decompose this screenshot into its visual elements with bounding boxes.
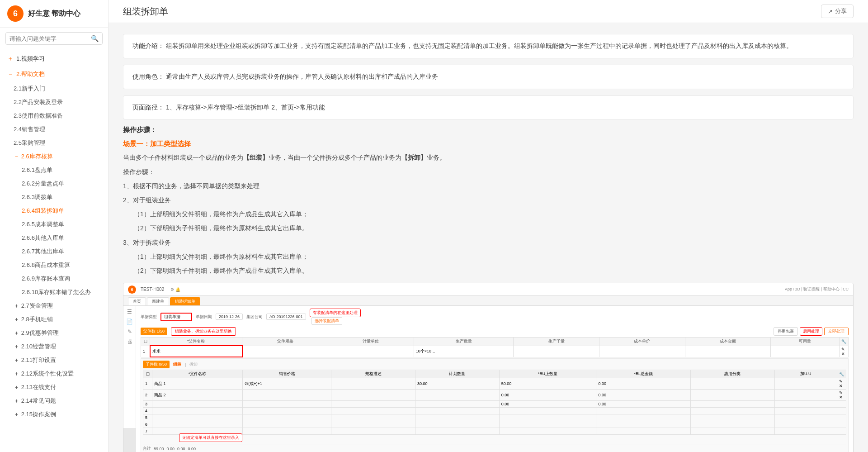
mock-dept-label: 集团公司	[246, 314, 263, 320]
mock-lower-header: 子件数 0/50 组装 | 拆卸	[143, 361, 846, 368]
mock-date-input[interactable]: 2019-12-26	[216, 314, 243, 320]
mock-type-toggle[interactable]: 组装	[173, 362, 181, 367]
sidebar-item-cost-adjust[interactable]: 2.6.5成本调整单	[0, 218, 108, 231]
mock-tab-assembly[interactable]: 组装拆卸单	[170, 297, 200, 305]
sidebar-item-cases[interactable]: ＋ 2.15操作案例	[0, 408, 108, 421]
mock-docno-input[interactable]: AD-20191226-001	[266, 314, 306, 320]
mock-date-label: 单据日期	[196, 314, 212, 320]
ops-title: 操作步骤：	[123, 126, 854, 134]
role-label: 使用角色：	[132, 73, 164, 80]
search-icon[interactable]: 🔍	[91, 35, 99, 42]
mock-annotation1-container: 有装配清单的在这里处理 选择装配清单	[310, 309, 361, 325]
scene1-title: 场景一：加工类型选择	[123, 140, 854, 148]
mock-right-icons: AppTBD | 验证提醒 | 帮助中心 | CC	[785, 286, 849, 292]
top-bar: 组装拆卸单 ↗ 分享	[108, 0, 868, 23]
mock-total2: 0.00	[167, 447, 175, 451]
minus-icon: －	[7, 70, 14, 78]
sidebar-item-ops[interactable]: ＋ 2.10经营管理	[0, 340, 108, 353]
sidebar-item-video[interactable]: ＋ 1.视频学习	[0, 51, 108, 67]
role-text: 通常由生产人员或库管人员完成拆装业务的操作，库管人员确认原材料的出库和产成品的入…	[166, 73, 438, 80]
table-row: 1 米米 10个×10… ✎ ✕	[141, 346, 849, 357]
path-box: 页面路径： 1、库存核算->库存管理->组装拆卸单 2、首页->常用功能	[123, 95, 854, 120]
table-row: 6	[143, 421, 846, 428]
mock-upper-section: 父件数 1/50 组装业务、拆卸业务在这里切换 停用包裹 启用处理 立即处理	[141, 327, 849, 357]
sidebar-item-faq[interactable]: ＋ 2.14常见问题	[0, 394, 108, 408]
mock-lower-table-container: ☐ *父件名称 销售价格 规格描述 计划数量 *BU上数量 *BL总金额 惠用分…	[143, 370, 846, 435]
sidebar-item-stocktake[interactable]: 2.6.1盘点单	[0, 163, 108, 177]
intro-box: 功能介绍： 组装拆卸单用来处理企业组装或拆卸等加工业务，支持有固定装配清单的产品…	[123, 34, 854, 58]
mock-upper-table: ☐ *父件名称 父件规格 计量单位 生产数量 生产子量 成本单价 成本金额 可用…	[141, 337, 849, 357]
sidebar-item-mobile[interactable]: ＋ 2.8手机旺铺	[0, 313, 108, 326]
mock-count-badge: 父件数 1/50	[141, 328, 167, 335]
sidebar-item-stock-error[interactable]: 2.6.10库存账本错了怎么办	[0, 285, 108, 299]
mock-form-row1: 单据类型 组装单据 单据日期 2019-12-26 集团公司 AD-201912…	[141, 309, 849, 325]
sidebar-item-sales[interactable]: 2.4销售管理	[0, 123, 108, 136]
path-label: 页面路径：	[132, 104, 164, 111]
content-area: 功能介绍： 组装拆卸单用来处理企业组装或拆卸等加工业务，支持有固定装配清单的产品…	[108, 23, 868, 452]
mock-tab-new[interactable]: 新建单	[147, 297, 169, 305]
mock-sub-count: 子件数 0/50	[143, 361, 170, 368]
mock-confirm-btn[interactable]: 立即处理	[824, 328, 849, 335]
mock-type-disassemble[interactable]: 拆卸	[189, 362, 198, 367]
assembly-step1: （1）上部明细为父件明细，最终作为产成品生成其它入库单；	[134, 209, 854, 220]
mock-bom-btn[interactable]: 选择装配清单	[311, 317, 342, 325]
sidebar-item-customize[interactable]: ＋ 2.12系统个性化设置	[0, 367, 108, 381]
sidebar-item-inventory[interactable]: － 2.6库存核算	[0, 150, 108, 163]
sidebar-item-docs[interactable]: － 2.帮助文档	[0, 67, 108, 82]
steps-list: 1、根据不同的业务，选择不同单据的类型来处理 2、对于组装业务 （1）上部明细为…	[123, 181, 854, 276]
mock-screenshot: 6 TEST-H002 ⚙ 🔔 AppTBD | 验证提醒 | 帮助中心 | C…	[123, 283, 853, 452]
mock-left-icons: ☰ 📄 ✎ 🖨	[123, 306, 136, 428]
role-box: 使用角色： 通常由生产人员或库管人员完成拆装业务的操作，库管人员确认原材料的出库…	[123, 65, 854, 89]
logo-text: 好生意 帮助中心	[28, 9, 80, 19]
intro-text: 组装拆卸单用来处理企业组装或拆卸等加工业务，支持有固定装配清单的产品加工业务，也…	[166, 42, 793, 49]
sidebar-item-data-prep[interactable]: 2.3使用前数据准备	[0, 109, 108, 123]
mock-tab-home[interactable]: 首页	[128, 297, 146, 305]
path-text: 1、库存核算->库存管理->组装拆卸单 2、首页->常用功能	[166, 104, 325, 111]
sidebar-item-other-out[interactable]: 2.6.7其他出库单	[0, 245, 108, 258]
sidebar-item-print[interactable]: ＋ 2.11打印设置	[0, 353, 108, 367]
mock-type-input[interactable]: 组装单据	[160, 313, 192, 321]
logo-icon: 6	[7, 5, 24, 22]
scene1-desc: 当由多个子件材料组装成一个成品的业务为【组装】业务，当由一个父件拆分成多个子产品…	[123, 152, 854, 163]
annotation5: 无固定清单可以直接在这里录入	[179, 433, 242, 442]
sidebar-item-install[interactable]: 2.2产品安装及登录	[0, 95, 108, 109]
table-row: 7	[143, 428, 846, 435]
mock-enable-area: 停用包裹 启用处理 立即处理	[774, 327, 849, 336]
intro-label: 功能介绍：	[132, 42, 164, 49]
table-row: 3 0.00 0.00	[143, 401, 846, 408]
search-input[interactable]	[9, 35, 91, 42]
annotation4: 启用处理	[800, 327, 822, 336]
sidebar-nav: ＋ 1.视频学习 － 2.帮助文档 2.1新手入门 2.2产品安装及登录 2.3…	[0, 49, 108, 452]
search-box[interactable]: 🔍	[5, 32, 103, 45]
sidebar: 6 好生意 帮助中心 🔍 ＋ 1.视频学习 － 2.帮助文档 2.1新手入门 2…	[0, 0, 108, 452]
table-row: 5	[143, 414, 846, 421]
mock-type-sep: |	[185, 362, 186, 367]
sidebar-item-adjust[interactable]: 2.6.3调拨单	[0, 190, 108, 204]
sidebar-item-coupon[interactable]: ＋ 2.9优惠券管理	[0, 326, 108, 340]
sidebar-item-capital[interactable]: ＋ 2.7资金管理	[0, 299, 108, 313]
assembly-sub-steps: （1）上部明细为父件明细，最终作为产成品生成其它入库单； （2）下部明细为子件明…	[123, 209, 854, 234]
plus-icon: ＋	[7, 55, 14, 63]
sidebar-item-online-pay[interactable]: ＋ 2.13在线支付	[0, 381, 108, 394]
mock-total4: 0.00	[188, 447, 196, 451]
mock-top-icons: ⚙ 🔔	[170, 287, 180, 292]
table-row: 1 商品 1 ∅(成+)+1 30.00 50.00 0.00	[143, 378, 846, 390]
share-icon: ↗	[828, 8, 833, 15]
step3: 3、对于拆装业务	[123, 237, 854, 248]
annotation3: 组装业务、拆卸业务在这里切换	[171, 327, 236, 336]
mock-logo: 6	[128, 285, 136, 294]
sidebar-item-assembly[interactable]: 2.6.4组装拆卸单	[0, 204, 108, 218]
step1: 1、根据不同的业务，选择不同单据的类型来处理	[123, 181, 854, 192]
sidebar-item-stock-query[interactable]: 2.6.9库存账本查询	[0, 272, 108, 285]
ops-steps-label: 操作步骤：	[123, 167, 854, 178]
share-button[interactable]: ↗ 分享	[821, 5, 854, 18]
mock-company-text: TEST-H002	[141, 287, 164, 292]
sidebar-item-newbie[interactable]: 2.1新手入门	[0, 82, 108, 95]
mock-enable-input[interactable]: 停用包裹	[774, 327, 798, 336]
sidebar-item-purchase[interactable]: 2.5采购管理	[0, 136, 108, 150]
page-title: 组装拆卸单	[123, 5, 168, 18]
sidebar-item-cost-recalc[interactable]: 2.6.8商品成本重算	[0, 258, 108, 272]
sidebar-item-partial-stocktake[interactable]: 2.6.2分量盘点单	[0, 177, 108, 190]
sidebar-item-other-in[interactable]: 2.6.6其他入库单	[0, 231, 108, 245]
mock-upper-header: 父件数 1/50 组装业务、拆卸业务在这里切换 停用包裹 启用处理 立即处理	[141, 327, 849, 336]
